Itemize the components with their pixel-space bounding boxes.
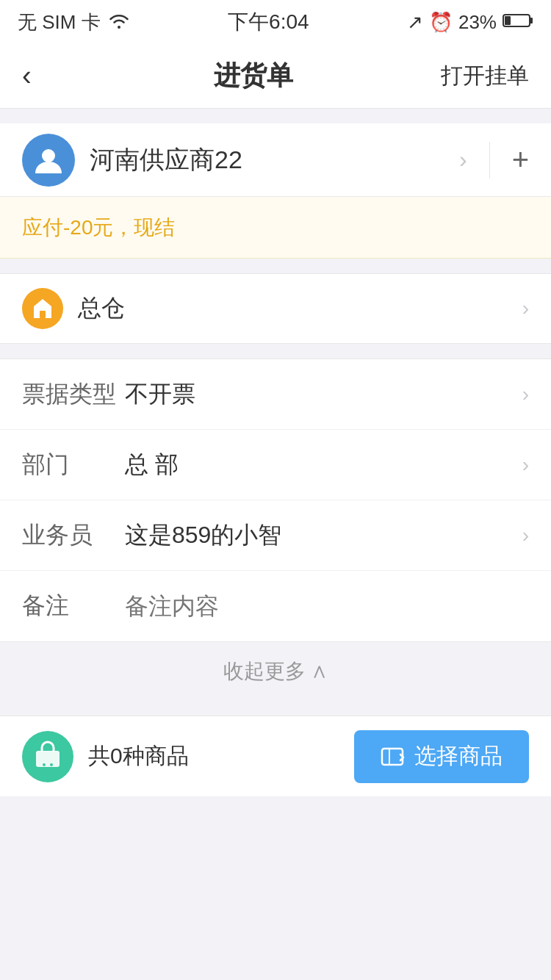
bottom-bar: 共0种商品 选择商品 xyxy=(0,716,551,796)
product-icon xyxy=(22,731,73,782)
supplier-divider xyxy=(489,142,490,179)
remarks-row[interactable]: 备注 xyxy=(0,571,551,641)
collapse-row[interactable]: 收起更多 ∧ xyxy=(0,642,551,701)
back-button[interactable]: ‹ xyxy=(22,60,66,92)
status-bar: 无 SIM 卡 下午6:04 ↗ ⏰ 23% xyxy=(0,0,551,44)
battery-icon xyxy=(503,11,533,34)
invoice-type-label: 票据类型 xyxy=(22,378,125,411)
section-gap-3 xyxy=(0,344,551,359)
open-pending-button[interactable]: 打开挂单 xyxy=(441,61,529,91)
select-product-button[interactable]: 选择商品 xyxy=(354,730,529,783)
department-row[interactable]: 部门 总 部 › xyxy=(0,430,551,500)
section-gap-1 xyxy=(0,109,551,123)
form-card: 票据类型 不开票 › 部门 总 部 › 业务员 这是859的小智 › 备注 xyxy=(0,359,551,642)
page-fill xyxy=(0,796,551,943)
remarks-input[interactable] xyxy=(125,593,529,620)
svg-rect-5 xyxy=(36,751,60,767)
person-icon xyxy=(32,144,65,176)
status-time: 下午6:04 xyxy=(228,8,309,36)
supplier-avatar xyxy=(22,134,75,187)
supplier-name: 河南供应商22 xyxy=(90,143,459,177)
add-supplier-button[interactable]: + xyxy=(512,143,529,176)
nav-bar: ‹ 进货单 打开挂单 xyxy=(0,44,551,109)
invoice-type-row[interactable]: 票据类型 不开票 › xyxy=(0,359,551,430)
invoice-type-value: 不开票 xyxy=(125,378,522,411)
department-label: 部门 xyxy=(22,449,125,481)
notice-text: 应付-20元，现结 xyxy=(22,216,175,239)
status-left: 无 SIM 卡 xyxy=(18,10,130,35)
salesperson-label: 业务员 xyxy=(22,519,125,552)
svg-rect-2 xyxy=(530,18,533,24)
salesperson-row[interactable]: 业务员 这是859的小智 › xyxy=(0,500,551,571)
house-icon xyxy=(30,296,55,321)
svg-point-3 xyxy=(42,149,55,162)
collapse-label: 收起更多 ∧ xyxy=(223,657,328,685)
cart-icon xyxy=(32,741,64,773)
section-gap-4 xyxy=(0,701,551,716)
supplier-row[interactable]: 河南供应商22 › + xyxy=(0,123,551,197)
page-title: 进货单 xyxy=(214,58,293,94)
department-chevron-icon: › xyxy=(522,453,529,477)
salesperson-value: 这是859的小智 xyxy=(125,519,522,552)
status-right: ↗ ⏰ 23% xyxy=(407,11,533,34)
svg-point-7 xyxy=(50,763,53,766)
warehouse-row[interactable]: 总仓 › xyxy=(0,273,551,344)
warehouse-chevron-icon: › xyxy=(522,297,529,320)
svg-rect-8 xyxy=(382,749,403,765)
battery-text: 23% xyxy=(458,11,497,34)
select-product-icon xyxy=(381,746,407,768)
remarks-label: 备注 xyxy=(22,590,125,622)
svg-rect-4 xyxy=(40,311,46,318)
department-value: 总 部 xyxy=(125,449,522,481)
section-gap-2 xyxy=(0,259,551,273)
alarm-icon: ⏰ xyxy=(429,11,453,34)
notice-banner: 应付-20元，现结 xyxy=(0,197,551,259)
product-count: 共0种商品 xyxy=(88,741,354,771)
warehouse-label: 总仓 xyxy=(78,292,522,325)
warehouse-icon xyxy=(22,288,63,329)
supplier-chevron-icon: › xyxy=(459,146,467,173)
invoice-type-chevron-icon: › xyxy=(522,383,529,406)
wifi-icon xyxy=(108,11,130,34)
carrier-text: 无 SIM 卡 xyxy=(18,10,101,35)
svg-point-6 xyxy=(43,763,46,766)
select-product-label: 选择商品 xyxy=(414,741,503,771)
location-icon: ↗ xyxy=(407,11,423,34)
salesperson-chevron-icon: › xyxy=(522,524,529,547)
svg-rect-1 xyxy=(505,16,511,25)
